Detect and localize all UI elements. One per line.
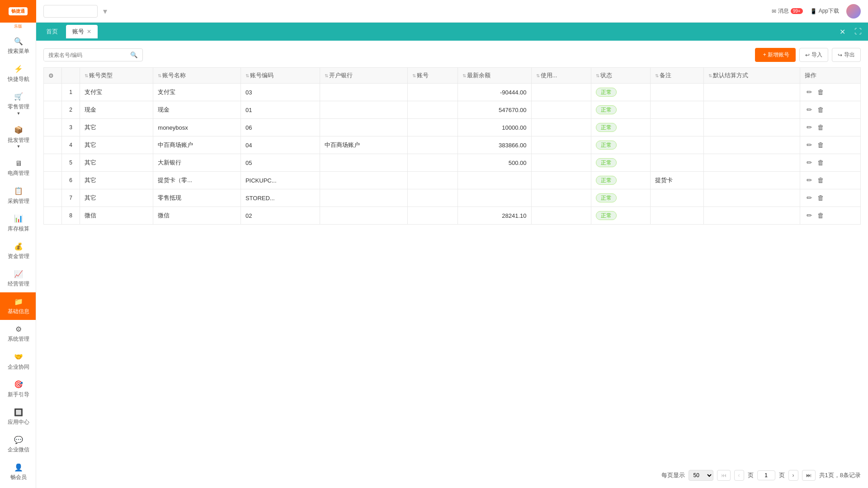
delete-button-row-2[interactable]: 🗑 xyxy=(816,105,826,114)
delete-button-row-7[interactable]: 🗑 xyxy=(816,193,826,202)
col-note[interactable]: ⇅备注 xyxy=(651,68,703,84)
next-page-button[interactable]: › xyxy=(788,470,798,481)
col-status[interactable]: ⇅状态 xyxy=(591,68,651,84)
edit-button-row-6[interactable]: ✏ xyxy=(805,175,814,185)
delete-button-row-1[interactable]: 🗑 xyxy=(816,87,826,97)
tab-maximize[interactable]: ⛶ xyxy=(852,27,864,37)
cell-note xyxy=(651,101,703,119)
sidebar-item-basic-info[interactable]: 📁 基础信息 xyxy=(0,292,36,320)
app-logo: 畅捷通 xyxy=(0,0,36,23)
cell-name: 现金 xyxy=(153,101,241,119)
cell-balance: -90444.00 xyxy=(458,84,531,101)
edit-button-row-1[interactable]: ✏ xyxy=(805,87,814,97)
sidebar-item-member[interactable]: 👤 畅会员 xyxy=(0,458,36,486)
col-settle[interactable]: ⇅默认结算方式 xyxy=(703,68,800,84)
enterprise-icon: 🤝 xyxy=(14,352,23,362)
edit-button-row-8[interactable]: ✏ xyxy=(805,211,814,221)
col-account[interactable]: ⇅账号 xyxy=(407,68,458,84)
delete-button-row-8[interactable]: 🗑 xyxy=(816,211,826,220)
sidebar: 畅捷通 乐版 🔍 搜索菜单 ⚡ 快捷导航 🛒 零售管理 ▼ 📦 批发管理 ▼ 🖥… xyxy=(0,0,36,488)
sidebar-item-app-center[interactable]: 🔲 应用中心 xyxy=(0,403,36,431)
sidebar-item-wechat-work[interactable]: 💬 企业微信 xyxy=(0,431,36,458)
sidebar-item-quick-nav[interactable]: ⚡ 快捷导航 xyxy=(0,60,36,87)
col-type[interactable]: ⇅账号类型 xyxy=(80,68,153,84)
wechat-work-icon: 💬 xyxy=(14,435,23,445)
sidebar-item-inventory[interactable]: 📊 库存核算 xyxy=(0,209,36,237)
search-input[interactable] xyxy=(44,49,126,61)
cell-account xyxy=(407,136,458,154)
delete-button-row-6[interactable]: 🗑 xyxy=(816,175,826,185)
cell-status: 正常 xyxy=(591,101,651,119)
message-icon: ✉ xyxy=(772,8,776,14)
edit-button-row-7[interactable]: ✏ xyxy=(805,193,814,203)
col-bank[interactable]: ⇅开户银行 xyxy=(320,68,408,84)
col-code[interactable]: ⇅账号编码 xyxy=(241,68,320,84)
column-settings-icon[interactable]: ⚙ xyxy=(48,72,54,79)
sidebar-item-finance[interactable]: 💰 资金管理 xyxy=(0,237,36,265)
export-button[interactable]: ↪ 导出 xyxy=(832,48,861,62)
cell-usage xyxy=(531,189,591,207)
sidebar-item-wholesale[interactable]: 📦 批发管理 ▼ xyxy=(0,121,36,154)
sidebar-item-enterprise-label: 企业协同 xyxy=(8,363,29,371)
cell-empty xyxy=(44,189,62,207)
avatar[interactable] xyxy=(846,4,861,19)
sidebar-item-purchase[interactable]: 📋 采购管理 xyxy=(0,182,36,209)
cell-settle xyxy=(703,189,800,207)
cell-action: ✏ 🗑 xyxy=(800,207,860,225)
app-center-icon: 🔲 xyxy=(14,408,23,418)
page-size-select[interactable]: 50 100 200 xyxy=(689,470,713,481)
delete-button-row-4[interactable]: 🗑 xyxy=(816,140,826,150)
delete-button-row-3[interactable]: 🗑 xyxy=(816,122,826,132)
sidebar-item-inventory-label: 库存核算 xyxy=(8,225,29,233)
prev-page-button[interactable]: ‹ xyxy=(734,470,744,481)
cell-type: 其它 xyxy=(80,136,153,154)
member-icon: 👤 xyxy=(14,463,23,473)
cell-balance: 28241.10 xyxy=(458,207,531,225)
table-row: 8 微信 微信 02 28241.10 正常 ✏ 🗑 xyxy=(44,207,861,225)
tab-account-close[interactable]: ✕ xyxy=(87,28,91,35)
messages-badge: 99+ xyxy=(791,8,803,14)
edit-button-row-4[interactable]: ✏ xyxy=(805,140,814,150)
edit-button-row-5[interactable]: ✏ xyxy=(805,158,814,168)
col-usage[interactable]: ⇅使用... xyxy=(531,68,591,84)
edit-button-row-3[interactable]: ✏ xyxy=(805,122,814,132)
edit-button-row-2[interactable]: ✏ xyxy=(805,105,814,115)
topbar-dropdown-icon[interactable]: ▾ xyxy=(103,6,107,16)
table-row: 5 其它 大新银行 05 500.00 正常 ✏ 🗑 xyxy=(44,154,861,172)
col-name[interactable]: ⇅账号名称 xyxy=(153,68,241,84)
import-icon: ↩ xyxy=(805,52,810,58)
sidebar-item-operations[interactable]: 📈 经营管理 xyxy=(0,265,36,292)
delete-button-row-5[interactable]: 🗑 xyxy=(816,158,826,167)
tab-home-label: 首页 xyxy=(46,28,58,36)
add-account-button[interactable]: + 新增账号 xyxy=(755,48,796,62)
sidebar-item-system[interactable]: ⚙ 系统管理 xyxy=(0,320,36,347)
last-page-button[interactable]: ⏭ xyxy=(802,470,816,481)
sidebar-item-guide[interactable]: 🎯 新手引导 xyxy=(0,375,36,403)
app-download-button[interactable]: 📱 App下载 xyxy=(810,7,839,15)
messages-label: 消息 xyxy=(778,7,789,15)
sidebar-item-ecommerce[interactable]: 🖥 电商管理 xyxy=(0,154,36,182)
tab-account[interactable]: 账号 ✕ xyxy=(66,25,98,38)
tab-home[interactable]: 首页 xyxy=(40,25,64,38)
import-button[interactable]: ↩ 导入 xyxy=(799,48,828,62)
cell-code: 01 xyxy=(241,101,320,119)
cell-note xyxy=(651,207,703,225)
sidebar-item-retail[interactable]: 🛒 零售管理 ▼ xyxy=(0,87,36,121)
search-button[interactable]: 🔍 xyxy=(126,49,142,61)
cell-note xyxy=(651,119,703,136)
cell-status: 正常 xyxy=(591,207,651,225)
page-input[interactable] xyxy=(757,470,775,480)
sidebar-item-enterprise[interactable]: 🤝 企业协同 xyxy=(0,347,36,375)
sidebar-item-finance-label: 资金管理 xyxy=(8,253,29,260)
status-badge: 正常 xyxy=(596,105,617,114)
cell-bank: 中百商场账户 xyxy=(320,136,408,154)
status-badge: 正常 xyxy=(596,176,617,185)
cell-balance: 547670.00 xyxy=(458,101,531,119)
topbar-search-input[interactable] xyxy=(43,5,98,18)
first-page-button[interactable]: ⏮ xyxy=(717,470,731,481)
messages-button[interactable]: ✉ 消息 99+ xyxy=(772,7,803,15)
cell-type: 其它 xyxy=(80,172,153,189)
sidebar-item-search[interactable]: 🔍 搜索菜单 xyxy=(0,32,36,60)
tab-close-all[interactable]: ✕ xyxy=(837,27,848,37)
col-balance[interactable]: ⇅最新余额 xyxy=(458,68,531,84)
